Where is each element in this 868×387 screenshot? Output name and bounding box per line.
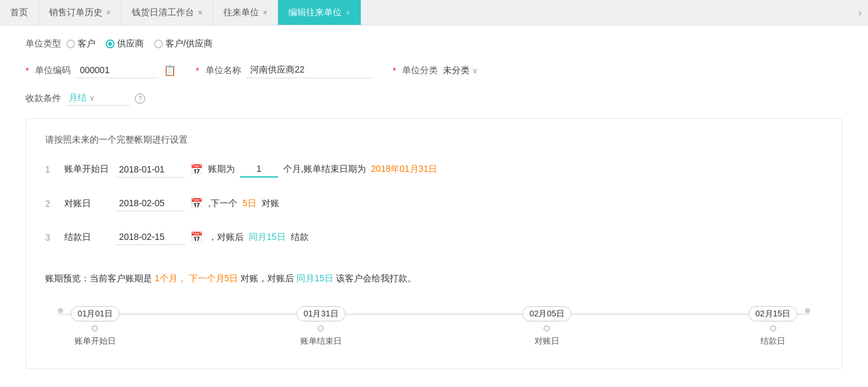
timeline-label-1: 账单开始日 bbox=[74, 335, 116, 347]
unit-type-label: 单位类型 bbox=[25, 38, 61, 50]
radio-both[interactable]: 客户/供应商 bbox=[154, 38, 213, 50]
row-3-highlight: 同月15日 bbox=[249, 232, 286, 243]
radio-supplier-label: 供应商 bbox=[117, 38, 144, 50]
preview-section: 账期预览：当前客户账期是 1个月， 下一个月5日 对账，对账后 同月15日 该客… bbox=[45, 263, 823, 353]
tab-sales-order-history[interactable]: 销售订单历史 × bbox=[39, 0, 122, 25]
preview-part3: 对账，对账后 bbox=[241, 273, 294, 283]
setting-row-3: 3 结款日 📅 ，对账后 同月15日 结款 bbox=[45, 229, 823, 245]
category-dropdown-arrow: ∨ bbox=[472, 66, 478, 75]
row-2-suffix-text: ,下一个 bbox=[208, 198, 237, 209]
row-2-date-input[interactable] bbox=[115, 195, 185, 211]
row-1-period-input[interactable] bbox=[240, 161, 278, 178]
radio-customer-label: 客户 bbox=[78, 38, 95, 50]
preview-text: 账期预览：当前客户账期是 1个月， 下一个月5日 对账，对账后 同月15日 该客… bbox=[45, 273, 823, 285]
timeline-points: 01月01日 账单开始日 01月31日 账单结束日 02月05日 对账日 bbox=[58, 306, 810, 347]
unit-name-label: 单位名称 bbox=[206, 65, 241, 76]
row-1-inputs: 📅 账期为 个月,账单结束日期为 2018年01月31日 bbox=[115, 161, 437, 178]
timeline-right-dot bbox=[805, 308, 810, 313]
row-3-label: 结款日 bbox=[64, 232, 115, 243]
row-2-label: 对账日 bbox=[64, 198, 115, 209]
section-title: 请按照未来的一个完整帐期进行设置 bbox=[45, 134, 823, 146]
settings-section: 请按照未来的一个完整帐期进行设置 1 账单开始日 📅 账期为 个月,账单结束日期… bbox=[25, 118, 843, 369]
timeline-badge-4: 02月15日 bbox=[748, 306, 797, 321]
help-icon[interactable]: ? bbox=[135, 94, 145, 104]
radio-customer[interactable]: 客户 bbox=[66, 38, 95, 50]
timeline-dot-1 bbox=[92, 325, 98, 332]
payment-dropdown-arrow: ∨ bbox=[89, 94, 95, 102]
tab-edit-partner-unit[interactable]: 编辑往来单位 × bbox=[278, 0, 361, 25]
setting-row-2: 2 对账日 📅 ,下一个 5日 对账 bbox=[45, 195, 823, 211]
tab-sales-label: 销售订单历史 bbox=[49, 7, 102, 18]
tab-cash-close[interactable]: × bbox=[198, 8, 202, 17]
unit-code-field: * 单位编码 📋 bbox=[25, 62, 176, 78]
row-3-num: 3 bbox=[45, 232, 64, 243]
row-3-inputs: 📅 ，对账后 同月15日 结款 bbox=[115, 229, 309, 245]
unit-type-field: 单位类型 客户 供应商 客户/供应商 bbox=[25, 38, 213, 50]
row-3-calendar-icon[interactable]: 📅 bbox=[190, 231, 203, 243]
timeline-point-1: 01月01日 账单开始日 bbox=[71, 306, 120, 347]
tab-edit-close[interactable]: × bbox=[346, 8, 350, 17]
unit-code-input[interactable] bbox=[76, 62, 158, 78]
row-3-date-input[interactable] bbox=[115, 229, 185, 245]
timeline-badge-3: 02月05日 bbox=[522, 306, 571, 321]
payment-terms-row: 收款条件 月结 ∨ ? bbox=[25, 91, 843, 106]
timeline-label-3: 对账日 bbox=[535, 335, 559, 347]
row-1-num: 1 bbox=[45, 164, 64, 174]
timeline-label-2: 账单结束日 bbox=[300, 335, 342, 347]
copy-icon[interactable]: 📋 bbox=[164, 64, 176, 76]
tab-home-label: 首页 bbox=[10, 7, 28, 18]
row-1-date-input[interactable] bbox=[115, 162, 185, 178]
row-1-calendar-icon[interactable]: 📅 bbox=[190, 164, 203, 176]
preview-part1: 1个月， bbox=[155, 273, 186, 283]
unit-category-value: 未分类 bbox=[443, 65, 470, 76]
payment-terms-field: 收款条件 月结 ∨ ? bbox=[25, 91, 145, 106]
tab-cash-work[interactable]: 钱货日清工作台 × bbox=[122, 0, 213, 25]
tab-more-button[interactable]: › bbox=[852, 0, 868, 25]
row-3-suffix2: 结款 bbox=[291, 232, 309, 243]
tab-partner-unit[interactable]: 往来单位 × bbox=[213, 0, 278, 25]
payment-terms-dropdown[interactable]: 月结 ∨ bbox=[66, 91, 130, 106]
payment-terms-label: 收款条件 bbox=[25, 93, 61, 104]
preview-label: 账期预览：当前客户账期是 bbox=[45, 273, 152, 283]
row-2-num: 2 bbox=[45, 199, 64, 209]
tab-home[interactable]: 首页 bbox=[0, 0, 39, 25]
timeline-dot-4 bbox=[770, 325, 776, 332]
unit-category-field: * 单位分类 未分类 ∨ bbox=[393, 65, 570, 76]
unit-name-star: * bbox=[195, 66, 199, 76]
timeline-dot-3 bbox=[543, 325, 550, 332]
row-3-suffix-text: ，对账后 bbox=[208, 232, 244, 243]
payment-terms-value: 月结 bbox=[69, 92, 87, 104]
tab-partner-close[interactable]: × bbox=[263, 8, 267, 17]
timeline: 01月01日 账单开始日 01月31日 账单结束日 02月05日 对账日 bbox=[45, 300, 823, 353]
unit-category-dropdown[interactable]: 未分类 ∨ bbox=[443, 65, 570, 76]
tab-bar: 首页 销售订单历史 × 钱货日清工作台 × 往来单位 × 编辑往来单位 × › bbox=[0, 0, 868, 25]
timeline-badge-1: 01月01日 bbox=[71, 306, 120, 321]
radio-group: 客户 供应商 客户/供应商 bbox=[66, 38, 213, 50]
preview-part2: 下一个月5日 bbox=[189, 273, 239, 283]
row-2-calendar-icon[interactable]: 📅 bbox=[190, 197, 203, 209]
setting-row-1: 1 账单开始日 📅 账期为 个月,账单结束日期为 2018年01月31日 bbox=[45, 161, 823, 178]
row-2-highlight: 5日 bbox=[242, 198, 256, 209]
radio-supplier[interactable]: 供应商 bbox=[106, 38, 144, 50]
preview-part5: 该客户会给我打款。 bbox=[336, 273, 416, 283]
unit-name-input[interactable] bbox=[246, 62, 374, 78]
tab-sales-close[interactable]: × bbox=[106, 8, 111, 17]
unit-code-label: 单位编码 bbox=[35, 65, 71, 76]
tab-edit-label: 编辑往来单位 bbox=[288, 7, 342, 18]
unit-category-star: * bbox=[393, 66, 396, 76]
timeline-label-4: 结款日 bbox=[760, 335, 785, 347]
row-1-middle-text: 账期为 bbox=[208, 164, 235, 175]
main-content: 单位类型 客户 供应商 客户/供应商 * 单位编码 bbox=[0, 25, 868, 387]
tab-partner-label: 往来单位 bbox=[223, 7, 259, 18]
row-2-inputs: 📅 ,下一个 5日 对账 bbox=[115, 195, 279, 211]
unit-category-label: 单位分类 bbox=[402, 65, 438, 76]
preview-part4: 同月15日 bbox=[297, 273, 333, 283]
radio-customer-circle bbox=[66, 39, 75, 48]
timeline-point-3: 02月05日 对账日 bbox=[522, 306, 571, 347]
timeline-left-dot bbox=[58, 308, 63, 313]
unit-name-field: * 单位名称 bbox=[195, 62, 373, 78]
row-2-suffix2: 对账 bbox=[262, 198, 279, 209]
radio-both-circle bbox=[154, 39, 163, 48]
timeline-point-4: 02月15日 结款日 bbox=[748, 306, 797, 347]
timeline-point-2: 01月31日 账单结束日 bbox=[297, 306, 346, 347]
